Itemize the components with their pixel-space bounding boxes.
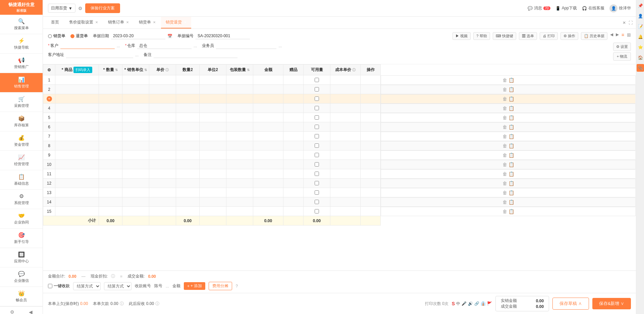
cell-12-5[interactable]	[226, 179, 253, 188]
cell-8-6[interactable]	[253, 141, 283, 150]
one-key-collection-check[interactable]: 一键收款	[48, 283, 70, 289]
cell-12-2[interactable]	[149, 179, 176, 188]
gift-checkbox-13[interactable]	[315, 190, 319, 195]
cell-2-6[interactable]	[253, 85, 283, 94]
cell-6-1[interactable]	[122, 122, 149, 132]
one-key-checkbox[interactable]	[48, 284, 52, 288]
cell-2-7[interactable]	[283, 85, 304, 94]
gift-checkbox-9[interactable]	[315, 153, 319, 157]
cell-3-0[interactable]	[99, 94, 122, 104]
calculation-select[interactable]: 结算方式	[104, 282, 131, 290]
cell-14-2[interactable]	[149, 197, 176, 207]
copy-btn-2[interactable]: 📋	[508, 87, 514, 92]
cell-9-5[interactable]	[226, 150, 253, 160]
delete-btn-10[interactable]: 🗑	[502, 162, 507, 167]
cell-9-6[interactable]	[253, 150, 283, 160]
speak-icon[interactable]: 🔊	[468, 301, 473, 306]
right-tool-pin[interactable]: 📌	[637, 2, 643, 9]
fee-help-icon[interactable]: ?	[235, 284, 238, 289]
product-input-4[interactable]	[57, 106, 97, 111]
delete-btn-4[interactable]: 🗑	[502, 106, 507, 111]
cell-2-2[interactable]	[149, 85, 176, 94]
cell-13-0[interactable]	[99, 188, 122, 197]
tab-sales-order[interactable]: 销售订单 ✕	[103, 17, 133, 28]
cell-6-7[interactable]	[283, 122, 304, 132]
sidebar-item-app-center[interactable]: 🔲 应用中心	[0, 248, 43, 267]
qty-sort-icon[interactable]: ⇅	[115, 68, 118, 72]
product-input-12[interactable]	[57, 181, 97, 186]
delete-btn-15[interactable]: 🗑	[502, 209, 507, 214]
mic-icon[interactable]: 🎤	[462, 301, 467, 306]
tab-close-sales-invoice[interactable]: ✕	[153, 20, 156, 24]
help-btn[interactable]: ? 帮助	[473, 32, 490, 40]
online-service-btn[interactable]: 🎧 在线客服	[582, 5, 604, 11]
cell-5-5[interactable]	[226, 113, 253, 122]
delete-btn-13[interactable]: 🗑	[502, 190, 507, 195]
cell-4-0[interactable]	[99, 104, 122, 113]
add-row-btn[interactable]: +	[47, 96, 52, 102]
gift-cell-2[interactable]	[304, 85, 330, 94]
copy-btn-12[interactable]: 📋	[508, 181, 514, 186]
settlement-select[interactable]: 结算方式	[73, 282, 101, 290]
cell-10-6[interactable]	[253, 160, 283, 169]
gift-checkbox-12[interactable]	[315, 181, 319, 185]
gift-cell-11[interactable]	[304, 169, 330, 179]
calendar-icon[interactable]: 📅	[167, 34, 172, 39]
print-btn[interactable]: 🖨 打印	[540, 32, 558, 40]
fee-btn[interactable]: 费用分摊	[209, 282, 232, 290]
connect-icon[interactable]: 🔗	[474, 301, 479, 306]
nav-next[interactable]: ▶	[616, 32, 619, 40]
cell-7-7[interactable]	[283, 132, 304, 141]
select-btn[interactable]: ☰ 选单	[519, 32, 537, 40]
delete-btn-9[interactable]: 🗑	[502, 152, 507, 158]
gift-cell-14[interactable]	[304, 197, 330, 207]
cell-2-4[interactable]	[200, 85, 226, 94]
person2-icon[interactable]: 👔	[481, 301, 486, 306]
delete-btn-12[interactable]: 🗑	[502, 181, 507, 186]
tab-close-sales-return[interactable]: ✕	[184, 20, 186, 24]
tab-home[interactable]: 首页	[46, 17, 64, 28]
topbar-gear-icon[interactable]: ⚙	[78, 6, 83, 11]
cell-6-4[interactable]	[200, 122, 226, 132]
product-input-7[interactable]	[57, 134, 97, 139]
cell-10-4[interactable]	[200, 160, 226, 169]
cell-12-1[interactable]	[122, 179, 149, 188]
product-cell-6[interactable]	[55, 122, 99, 132]
gift-checkbox-4[interactable]	[315, 106, 319, 110]
price-info-icon[interactable]: ⓘ	[165, 68, 169, 72]
cell-14-1[interactable]	[122, 197, 149, 207]
product-input-2[interactable]	[57, 87, 97, 92]
cell-11-2[interactable]	[149, 169, 176, 179]
cell-5-2[interactable]	[149, 113, 176, 122]
th-gear[interactable]: ⚙	[43, 65, 55, 75]
tab-maximize[interactable]: ⛶	[629, 20, 633, 25]
history-btn[interactable]: 📋 历史单据	[581, 32, 607, 40]
copy-btn-15[interactable]: 📋	[508, 209, 514, 214]
app-download-btn[interactable]: 📱 App下载	[555, 5, 577, 11]
cell-1-4[interactable]	[200, 75, 226, 85]
settings-bottom-btn[interactable]: ⚙	[10, 309, 14, 314]
gift-checkbox-10[interactable]	[315, 162, 319, 167]
gift-checkbox-6[interactable]	[315, 125, 319, 129]
video-btn[interactable]: ▶ 视频	[452, 32, 471, 40]
sidebar-item-purchase[interactable]: 🛒 采购管理	[0, 92, 43, 112]
salesperson-input[interactable]	[216, 43, 276, 49]
cell-4-5[interactable]	[226, 104, 253, 113]
cell-4-6[interactable]	[253, 104, 283, 113]
cell-15-6[interactable]	[253, 207, 283, 216]
product-input-14[interactable]	[57, 200, 97, 204]
product-cell-14[interactable]	[55, 197, 99, 207]
cell-13-2[interactable]	[149, 188, 176, 197]
cell-8-0[interactable]	[99, 141, 122, 150]
customer-dots[interactable]: ...	[117, 44, 120, 48]
cell-14-0[interactable]	[99, 197, 122, 207]
cell-1-5[interactable]	[226, 75, 253, 85]
cell-1-1[interactable]	[122, 75, 149, 85]
cell-4-4[interactable]	[200, 104, 226, 113]
cell-15-0[interactable]	[99, 207, 122, 216]
sidebar-item-quick-nav[interactable]: ⚡ 快捷导航	[0, 34, 43, 54]
cell-12-4[interactable]	[200, 179, 226, 188]
copy-btn-10[interactable]: 📋	[508, 162, 514, 167]
delete-btn-7[interactable]: 🗑	[502, 134, 507, 139]
gift-cell-12[interactable]	[304, 179, 330, 188]
